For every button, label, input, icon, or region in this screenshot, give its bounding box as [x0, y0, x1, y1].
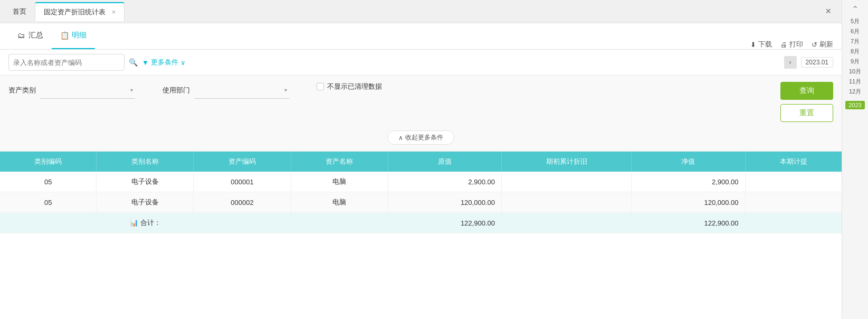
asset-category-value [42, 86, 44, 94]
more-conditions-button[interactable]: ▼ 更多条件 ∨ [142, 58, 186, 67]
cell-net-value: 2,900.00 [632, 172, 745, 192]
collapse-label: 收起更多条件 [405, 133, 443, 142]
hide-cleared-group: 不显示已清理数据 [317, 82, 382, 91]
sidebar-month-item[interactable]: 12月 [847, 87, 863, 97]
department-value [196, 86, 198, 94]
print-label: 打印 [789, 40, 803, 49]
home-link[interactable]: 首页 [8, 7, 31, 16]
hide-cleared-label: 不显示已清理数据 [327, 82, 382, 91]
cell-category-name: 电子设备 [97, 172, 194, 192]
sidebar-month-item[interactable]: 6月 [847, 26, 863, 36]
table-header-row: 类别编码 类别名称 资产编码 资产名称 原值 期初累计折旧 净值 本期计提 [0, 152, 842, 172]
asset-category-select[interactable]: ▾ [40, 82, 135, 99]
detail-icon: 📋 [60, 31, 69, 40]
chevron-down-icon: ▾ [284, 87, 287, 93]
total-accumulated-dep [501, 213, 631, 233]
reset-button[interactable]: 重置 [780, 104, 833, 122]
department-label: 使用部门 [163, 86, 190, 95]
cell-asset-code: 000001 [194, 172, 291, 192]
total-original-value: 122,900.00 [388, 213, 501, 233]
department-field: 使用部门 ▾ [163, 82, 310, 99]
date-tag: 2023.01 [801, 57, 833, 68]
col-header-category-code: 类别编码 [0, 152, 97, 172]
cell-category-code: 05 [0, 172, 97, 192]
tab-detail[interactable]: 📋 明细 [52, 23, 95, 49]
hide-cleared-checkbox[interactable] [317, 83, 324, 90]
col-header-category-name: 类别名称 [97, 152, 194, 172]
query-button[interactable]: 查询 [780, 82, 833, 100]
asset-category-label: 资产类别 [8, 86, 36, 95]
cell-asset-name: 电脑 [291, 172, 388, 192]
cell-category-name: 电子设备 [97, 192, 194, 213]
cell-original-value: 120,000.00 [388, 192, 501, 213]
total-icon: 📊 [130, 219, 138, 227]
table-wrapper: 类别编码 类别名称 资产编码 资产名称 原值 期初累计折旧 净值 本期计提 05… [0, 152, 842, 319]
sidebar-month-item[interactable]: 11月 [847, 77, 863, 87]
tab-close-icon[interactable]: × [112, 8, 116, 16]
col-header-current-period: 本期计提 [745, 152, 842, 172]
window-close-button[interactable]: × [823, 4, 833, 19]
download-label: 下载 [758, 40, 772, 49]
top-nav: 首页 固定资产折旧统计表 × × [0, 0, 842, 23]
col-header-original-value: 原值 [388, 152, 501, 172]
col-header-accumulated-dep: 期初累计折旧 [501, 152, 631, 172]
collapse-up-icon: ∧ [398, 134, 403, 142]
cell-asset-name: 电脑 [291, 192, 388, 213]
chevron-down-icon: ▾ [130, 87, 133, 93]
refresh-label: 刷新 [819, 40, 833, 49]
advanced-filter: 资产类别 ▾ 使用部门 ▾ 不显示已清理数据 查询 重置 ∧ 收起更多条件 [0, 76, 842, 152]
filter-icon: ▼ [142, 59, 149, 67]
search-input[interactable] [8, 54, 125, 71]
toolbar-tabs: 🗂 汇总 📋 明细 ⬇ 下载 🖨 打印 ↺ 刷新 [0, 23, 842, 50]
refresh-icon: ↺ [812, 41, 817, 49]
nav-arrow-right[interactable]: › [784, 56, 797, 69]
col-header-net-value: 净值 [632, 152, 745, 172]
cell-net-value: 120,000.00 [632, 192, 745, 213]
collapse-bar: ∧ 收起更多条件 [8, 130, 833, 145]
tab-detail-label: 明细 [72, 31, 87, 40]
sidebar-month-item[interactable]: 8月 [847, 46, 863, 57]
print-button[interactable]: 🖨 打印 [780, 40, 803, 49]
cell-accumulated-dep [501, 172, 631, 192]
sidebar-month-item[interactable]: 9月 [847, 57, 863, 67]
table-row: 05 电子设备 000001 电脑 2,900.00 2,900.00 [0, 172, 842, 192]
col-header-asset-name: 资产名称 [291, 152, 388, 172]
filter-bar: 🔍 ▼ 更多条件 ∨ › 2023.01 [0, 50, 842, 76]
total-label: 📊合计： [0, 213, 291, 233]
asset-category-field: 资产类别 ▾ [8, 82, 156, 99]
refresh-button[interactable]: ↺ 刷新 [812, 40, 833, 49]
more-conditions-label: 更多条件 [151, 58, 178, 67]
total-current-period [745, 213, 842, 233]
cell-current-period [745, 172, 842, 192]
cell-original-value: 2,900.00 [388, 172, 501, 192]
table-row: 05 电子设备 000002 电脑 120,000.00 120,000.00 [0, 192, 842, 213]
total-row: 📊合计： 122,900.00 122,900.00 [0, 213, 842, 233]
sidebar-year-badge[interactable]: 2023 [845, 101, 864, 109]
print-icon: 🖨 [780, 41, 787, 49]
chevron-down-icon: ∨ [180, 59, 186, 67]
download-icon: ⬇ [750, 41, 756, 49]
search-icon[interactable]: 🔍 [129, 58, 138, 67]
total-net-value: 122,900.00 [632, 213, 745, 233]
department-select[interactable]: ▾ [194, 82, 289, 99]
sidebar-month-item[interactable]: 7月 [847, 36, 863, 46]
col-header-asset-code: 资产编码 [194, 152, 291, 172]
sidebar-month-item[interactable]: 10月 [847, 67, 863, 77]
right-sidebar: ⌃ 5月6月7月8月9月10月11月12月 2023 [842, 0, 868, 319]
download-button[interactable]: ⬇ 下载 [750, 40, 772, 49]
cell-asset-code: 000002 [194, 192, 291, 213]
cell-category-code: 05 [0, 192, 97, 213]
tab-title: 固定资产折旧统计表 [44, 7, 106, 17]
filter-buttons: 查询 重置 [780, 82, 833, 122]
toolbar-actions: ⬇ 下载 🖨 打印 ↺ 刷新 [750, 40, 833, 49]
tab-summary[interactable]: 🗂 汇总 [8, 23, 52, 49]
layers-icon: 🗂 [17, 31, 25, 40]
data-table: 类别编码 类别名称 资产编码 资产名称 原值 期初累计折旧 净值 本期计提 05… [0, 152, 842, 233]
sidebar-month-item[interactable]: 5月 [847, 16, 863, 26]
sidebar-up-arrow[interactable]: ⌃ [852, 4, 859, 14]
cell-accumulated-dep [501, 192, 631, 213]
cell-current-period [745, 192, 842, 213]
tab-summary-label: 汇总 [28, 31, 43, 40]
collapse-button[interactable]: ∧ 收起更多条件 [387, 130, 454, 145]
active-tab[interactable]: 固定资产折旧统计表 × [35, 2, 125, 21]
